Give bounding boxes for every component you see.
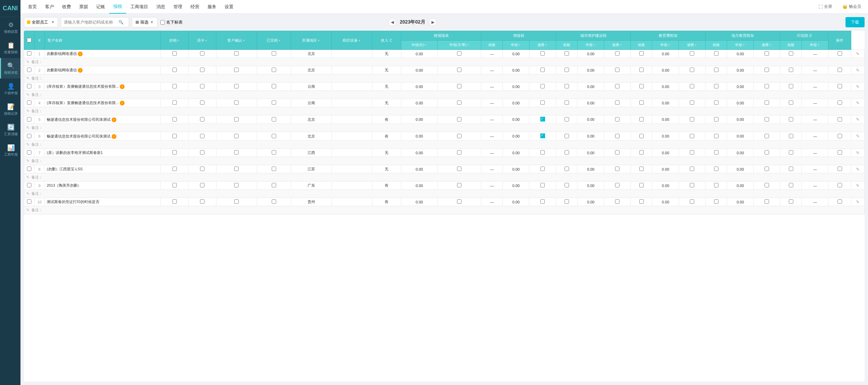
declared-checkbox[interactable] — [272, 183, 276, 187]
row-checkbox[interactable] — [27, 134, 31, 138]
city-declare-checkbox[interactable] — [615, 68, 620, 72]
tax-copy-checkbox[interactable] — [172, 51, 177, 56]
nav-client[interactable]: 客户 — [41, 0, 58, 14]
download-button[interactable]: 下载 — [845, 17, 865, 27]
edu-fee-checkbox[interactable] — [714, 117, 718, 122]
edit-icon[interactable]: ✎ — [856, 167, 859, 172]
declared-checkbox[interactable] — [272, 117, 276, 122]
edit-icon[interactable]: ✎ — [856, 200, 859, 204]
edit-icon[interactable]: ✎ — [856, 52, 859, 56]
city-declare-checkbox[interactable] — [615, 117, 620, 122]
vat-fee-checkbox[interactable] — [565, 84, 569, 88]
vat-fee-checkbox[interactable] — [565, 183, 569, 187]
vat-declare-checkbox[interactable] — [540, 167, 545, 171]
warning-icon[interactable]: ! — [78, 52, 83, 56]
clear-card-checkbox[interactable] — [200, 68, 204, 72]
warning-icon[interactable]: ! — [112, 134, 116, 139]
edu-declare-checkbox[interactable] — [690, 84, 694, 88]
client-confirm-checkbox[interactable] — [234, 150, 239, 155]
local-fee-checkbox[interactable] — [789, 51, 793, 56]
stamp-declare-checkbox[interactable] — [838, 68, 842, 72]
local-declare-checkbox[interactable] — [765, 51, 769, 56]
nav-invoice[interactable]: 票据 — [75, 0, 92, 14]
declared-checkbox[interactable] — [272, 167, 276, 171]
fin-year-checkbox[interactable] — [457, 100, 461, 105]
city-fee-checkbox[interactable] — [639, 167, 644, 171]
local-fee-checkbox[interactable] — [789, 100, 793, 105]
clear-card-checkbox[interactable] — [200, 51, 204, 56]
note-pencil-icon[interactable]: ✎ — [26, 109, 29, 113]
named-checkbox-label[interactable]: 名下标表 — [160, 19, 183, 25]
edu-fee-checkbox[interactable] — [714, 134, 718, 138]
local-declare-checkbox[interactable] — [765, 84, 769, 88]
city-declare-checkbox[interactable] — [615, 167, 620, 171]
sidebar-item-batch-tax[interactable]: 📋 批量报税 — [0, 38, 20, 58]
fin-year-checkbox[interactable] — [457, 199, 461, 204]
city-declare-checkbox[interactable] — [615, 84, 620, 88]
local-fee-checkbox[interactable] — [789, 183, 793, 187]
local-fee-checkbox[interactable] — [789, 117, 793, 122]
declared-checkbox[interactable] — [272, 199, 276, 204]
city-fee-checkbox[interactable] — [639, 84, 644, 88]
city-fee-checkbox[interactable] — [639, 100, 644, 105]
prev-date-btn[interactable]: ◀ — [388, 18, 396, 26]
stamp-declare-checkbox[interactable] — [838, 100, 842, 105]
edu-declare-checkbox[interactable] — [690, 51, 694, 56]
edu-fee-checkbox[interactable] — [714, 183, 718, 187]
city-declare-checkbox[interactable] — [615, 100, 620, 105]
filter-button[interactable]: ⊞ 筛选 ▼ — [132, 17, 158, 27]
city-declare-checkbox[interactable] — [615, 134, 620, 138]
vat-declare-cell[interactable] — [529, 83, 556, 91]
fullscreen-btn[interactable]: ⛶ 全屏 — [815, 2, 836, 11]
vat-declare-cell[interactable] — [529, 165, 556, 173]
edu-declare-checkbox[interactable] — [690, 199, 694, 204]
row-checkbox[interactable] — [27, 117, 31, 122]
client-confirm-checkbox[interactable] — [234, 51, 239, 56]
edit-icon[interactable]: ✎ — [856, 68, 859, 73]
declared-checkbox[interactable] — [272, 100, 276, 105]
local-fee-checkbox[interactable] — [789, 134, 793, 138]
row-checkbox[interactable] — [27, 68, 31, 72]
edu-declare-checkbox[interactable] — [690, 100, 694, 105]
fin-year-checkbox[interactable] — [457, 117, 461, 122]
vat-fee-checkbox[interactable] — [565, 100, 569, 105]
vat-declare-cell[interactable] — [529, 132, 556, 141]
sidebar-item-tax-record[interactable]: 📝 报税记录 — [0, 99, 20, 119]
city-fee-checkbox[interactable] — [639, 51, 644, 56]
edu-fee-checkbox[interactable] — [714, 84, 718, 88]
local-declare-checkbox[interactable] — [765, 183, 769, 187]
fin-year-checkbox[interactable] — [457, 134, 461, 138]
vat-declare-checkbox[interactable] — [540, 199, 545, 204]
client-confirm-checkbox[interactable] — [234, 68, 239, 72]
tax-copy-checkbox[interactable] — [172, 100, 177, 105]
clear-card-checkbox[interactable] — [200, 150, 204, 155]
warning-icon[interactable]: ! — [78, 68, 83, 73]
vat-fee-checkbox[interactable] — [565, 51, 569, 56]
fin-year-checkbox[interactable] — [457, 84, 461, 88]
named-checkbox[interactable] — [160, 20, 165, 25]
clear-card-checkbox[interactable] — [200, 167, 204, 171]
fin-year-checkbox[interactable] — [457, 183, 461, 187]
tax-copy-checkbox[interactable] — [172, 68, 177, 72]
vat-fee-checkbox[interactable] — [565, 167, 569, 171]
clear-card-checkbox[interactable] — [200, 183, 204, 187]
vat-declare-checkbox[interactable] — [540, 68, 545, 72]
row-checkbox[interactable] — [27, 100, 31, 105]
stamp-declare-checkbox[interactable] — [838, 51, 842, 56]
nav-service[interactable]: 服务 — [203, 0, 220, 14]
select-all-checkbox[interactable] — [27, 38, 31, 42]
nav-message[interactable]: 消息 — [152, 0, 169, 14]
edu-declare-checkbox[interactable] — [690, 150, 694, 155]
note-pencil-icon[interactable]: ✎ — [26, 76, 29, 80]
local-declare-checkbox[interactable] — [765, 199, 769, 204]
edu-fee-checkbox[interactable] — [714, 68, 718, 72]
nav-accounting[interactable]: 记账 — [92, 0, 109, 14]
row-checkbox[interactable] — [27, 167, 31, 171]
nav-management[interactable]: 管理 — [169, 0, 186, 14]
vat-declare-cell[interactable] — [529, 198, 556, 206]
client-confirm-checkbox[interactable] — [234, 84, 239, 88]
declared-checkbox[interactable] — [272, 51, 276, 56]
employee-filter[interactable]: 全部员工 ▼ — [24, 17, 58, 27]
vat-declare-cell[interactable] — [529, 50, 556, 58]
sidebar-item-tax-view[interactable]: 🔍 报税浏览 — [0, 58, 20, 79]
